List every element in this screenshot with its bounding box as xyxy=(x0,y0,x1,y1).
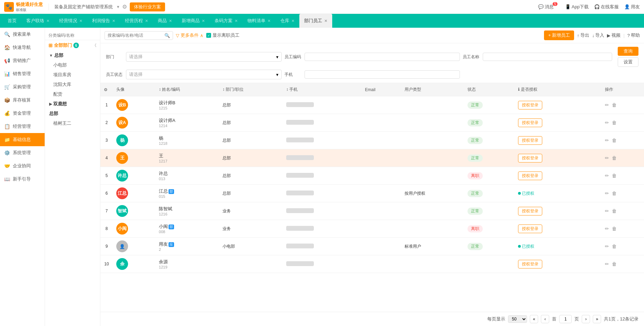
tab-add-goods[interactable]: 新增商品✕ xyxy=(177,14,210,28)
auth-btn[interactable]: 授权登录 xyxy=(518,171,542,180)
col-settings[interactable]: ⚙ xyxy=(100,83,113,96)
sidebar-item-navigation[interactable]: 🏠 快速导航 xyxy=(0,41,45,54)
auth-btn[interactable]: 授权登录 xyxy=(518,154,542,162)
import-btn[interactable]: ↓ 导入 xyxy=(592,32,605,38)
delete-icon[interactable]: 🗑 xyxy=(612,244,617,249)
reset-btn[interactable]: 设置 xyxy=(618,57,638,67)
edit-icon[interactable]: ✏ xyxy=(605,191,609,196)
show-resign-toggle[interactable]: ✓ 显示离职员工 xyxy=(206,32,239,38)
close-icon[interactable]: ✕ xyxy=(291,19,294,23)
edit-icon[interactable]: ✏ xyxy=(605,138,609,143)
col-dept[interactable]: ↕ 部门/职位 xyxy=(219,83,283,96)
delete-icon[interactable]: 🗑 xyxy=(612,155,617,161)
sidebar-item-basic[interactable]: 📁 基础信息 xyxy=(0,133,45,146)
auth-btn[interactable]: 授权登录 xyxy=(518,118,542,127)
edit-icon[interactable]: ✏ xyxy=(605,244,609,249)
dept-select[interactable]: 请选择 ▾ xyxy=(126,52,282,62)
sidebar-item-inventory[interactable]: 📦 库存核算 xyxy=(0,94,45,107)
close-icon[interactable]: ✕ xyxy=(46,19,49,23)
dept-tree-project[interactable]: 项目库房 xyxy=(45,70,100,80)
delete-icon[interactable]: 🗑 xyxy=(612,102,617,108)
sidebar-item-finance[interactable]: 💰 资金管理 xyxy=(0,107,45,120)
sidebar-item-marketing[interactable]: 📢 营销推广 xyxy=(0,54,45,67)
tab-barcode[interactable]: 条码方案✕ xyxy=(210,14,243,28)
auth-btn[interactable]: 授权登录 xyxy=(518,224,542,233)
col-phone[interactable]: ↕ 手机 xyxy=(283,83,362,96)
edit-icon[interactable]: ✏ xyxy=(605,155,609,161)
delete-icon[interactable]: 🗑 xyxy=(612,173,617,178)
sidebar-item-management[interactable]: 📋 经营管理 xyxy=(0,120,45,133)
edit-icon[interactable]: ✏ xyxy=(605,208,609,214)
video-btn[interactable]: ▶ 视频 xyxy=(607,32,620,38)
dept-tree-total[interactable]: ▼ 总部 xyxy=(45,51,100,60)
tab-profit[interactable]: 利润报告✕ xyxy=(87,14,120,28)
empcode-input[interactable] xyxy=(305,53,460,61)
auth-btn[interactable]: 授权登录 xyxy=(518,207,542,215)
delete-icon[interactable]: 🗑 xyxy=(612,208,617,214)
tab-history[interactable]: 经营历程✕ xyxy=(120,14,153,28)
close-icon[interactable]: ✕ xyxy=(235,19,238,23)
tab-goods[interactable]: 商品✕ xyxy=(153,14,177,28)
tab-department[interactable]: 部门员工✕ xyxy=(299,14,332,28)
dept-tree-shuanglu[interactable]: ▶ 双鹿想 xyxy=(45,99,100,109)
export-btn[interactable]: ↑ 导出 xyxy=(577,32,589,38)
close-icon[interactable]: ✕ xyxy=(202,19,205,23)
tab-warehouse[interactable]: 仓库✕ xyxy=(275,14,299,28)
last-page-btn[interactable]: » xyxy=(593,315,601,323)
col-name[interactable]: ↕ 姓名/编码 xyxy=(155,83,219,96)
help-btn[interactable]: ? 帮助 xyxy=(627,32,640,38)
close-icon[interactable]: ✕ xyxy=(267,19,271,23)
dept-tree-xiaodibu[interactable]: 小电部 xyxy=(45,60,100,70)
dept-tree-shenyang[interactable]: 沈阳大库 xyxy=(45,80,100,89)
app-download-area[interactable]: 📱 App下载 xyxy=(565,4,589,10)
search-input[interactable] xyxy=(108,33,163,38)
dept-search-input[interactable] xyxy=(48,33,100,38)
delete-icon[interactable]: 🗑 xyxy=(612,138,617,143)
dropdown-icon[interactable]: ▾ xyxy=(117,4,119,9)
add-employee-btn[interactable]: + 新增员工 xyxy=(544,30,574,40)
empstatus-select[interactable]: 请选择 ▾ xyxy=(126,70,282,79)
experience-btn[interactable]: 体验行业方案 xyxy=(130,2,165,11)
auth-btn[interactable]: 授权登录 xyxy=(518,136,542,145)
user-area[interactable]: 👤 用友 xyxy=(624,4,640,10)
edit-icon[interactable]: ✏ xyxy=(605,261,609,267)
phone-input[interactable] xyxy=(305,70,460,79)
more-filter-btn[interactable]: ▽ 更多条件 ∧ xyxy=(176,32,203,38)
prev-page-btn[interactable]: ‹ xyxy=(541,315,549,323)
next-page-btn[interactable]: › xyxy=(582,315,590,323)
sidebar-item-guide[interactable]: 📖 新手引导 xyxy=(0,173,45,186)
close-icon[interactable]: ✕ xyxy=(112,19,115,23)
tab-customer[interactable]: 客户联络✕ xyxy=(21,14,54,28)
delete-icon[interactable]: 🗑 xyxy=(612,261,617,267)
tab-home[interactable]: 首页 xyxy=(3,14,21,28)
message-icon-area[interactable]: 💬 消息 5 xyxy=(538,4,560,10)
close-icon[interactable]: ✕ xyxy=(145,19,148,23)
edit-icon[interactable]: ✏ xyxy=(605,173,609,178)
settings-icon[interactable]: ⚙ xyxy=(122,3,127,10)
tab-operation[interactable]: 经营情况✕ xyxy=(54,14,87,28)
sidebar-item-system[interactable]: ⚙️ 系统管理 xyxy=(0,146,45,159)
sidebar-item-purchase[interactable]: 🛒 采购管理 xyxy=(0,80,45,94)
collapse-btn[interactable]: 《 xyxy=(92,43,97,49)
delete-icon[interactable]: 🗑 xyxy=(612,120,617,125)
per-page-select[interactable]: 50 100 xyxy=(508,315,527,323)
edit-icon[interactable]: ✏ xyxy=(605,120,609,125)
delete-icon[interactable]: 🗑 xyxy=(612,226,617,231)
auth-btn[interactable]: 授权登录 xyxy=(518,260,542,268)
tab-bom[interactable]: 物料清单✕ xyxy=(243,14,275,28)
query-btn[interactable]: 查询 xyxy=(618,47,638,56)
search-icon[interactable]: 🔍 xyxy=(164,33,170,38)
auth-btn[interactable]: 授权登录 xyxy=(518,101,542,109)
sidebar-item-search[interactable]: 🔍 搜索菜单 xyxy=(0,28,45,41)
dept-tree-delivery[interactable]: 配货 xyxy=(45,89,100,99)
page-input[interactable] xyxy=(559,315,572,323)
sidebar-item-sales[interactable]: 📊 销售管理 xyxy=(0,67,45,80)
edit-icon[interactable]: ✏ xyxy=(605,226,609,231)
all-dept-label[interactable]: ⊞ 全部部门 6 xyxy=(48,42,79,49)
close-icon[interactable]: ✕ xyxy=(324,19,327,23)
empname-input[interactable] xyxy=(483,53,612,61)
close-icon[interactable]: ✕ xyxy=(79,19,82,23)
dept-tree-zongbu[interactable]: 总部 xyxy=(45,109,100,118)
first-page-btn[interactable]: « xyxy=(530,315,538,323)
close-icon[interactable]: ✕ xyxy=(169,19,172,23)
